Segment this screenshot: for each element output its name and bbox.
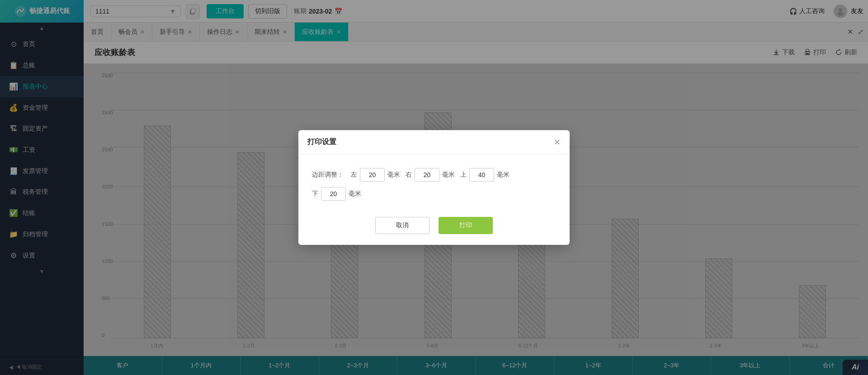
- modal-overlay: 打印设置 ✕ 边距调整： 左 毫米 右 毫米 上 毫米: [0, 0, 868, 375]
- margin-right-group: 右 毫米: [406, 168, 455, 182]
- margin-right-unit: 毫米: [442, 171, 455, 179]
- margin-left-group: 左 毫米: [351, 168, 400, 182]
- cancel-button[interactable]: 取消: [375, 217, 429, 234]
- margin-row: 边距调整： 左 毫米 右 毫米 上 毫米 下: [312, 168, 556, 201]
- confirm-print-button[interactable]: 打印: [439, 217, 493, 234]
- margin-left-label: 左: [351, 171, 357, 179]
- margin-bottom-label: 下: [312, 190, 318, 198]
- print-settings-modal: 打印设置 ✕ 边距调整： 左 毫米 右 毫米 上 毫米: [298, 130, 570, 245]
- margin-top-unit: 毫米: [497, 171, 509, 179]
- modal-title: 打印设置: [307, 137, 336, 147]
- modal-body: 边距调整： 左 毫米 右 毫米 上 毫米 下: [298, 155, 570, 210]
- margin-left-unit: 毫米: [387, 171, 400, 179]
- margin-bottom-input[interactable]: [321, 187, 346, 201]
- margin-left-input[interactable]: [360, 168, 385, 182]
- modal-header: 打印设置 ✕: [298, 130, 570, 155]
- margin-right-label: 右: [406, 171, 412, 179]
- margin-bottom-group: 下 毫米: [312, 187, 361, 201]
- margin-top-input[interactable]: [469, 168, 494, 182]
- margin-bottom-unit: 毫米: [349, 190, 361, 198]
- margin-right-input[interactable]: [415, 168, 439, 182]
- modal-footer: 取消 打印: [298, 210, 570, 245]
- margin-top-label: 上: [460, 171, 467, 179]
- modal-close-button[interactable]: ✕: [554, 138, 561, 146]
- margin-label: 边距调整：: [312, 171, 344, 179]
- margin-top-group: 上 毫米: [460, 168, 509, 182]
